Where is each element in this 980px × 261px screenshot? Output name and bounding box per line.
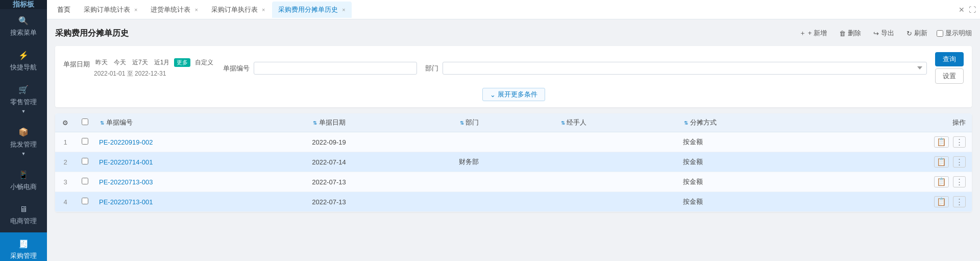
table-row: 3 PE-20220713-003 2022-07-13 按金额 📋 bbox=[55, 172, 972, 192]
tab-purchase-order-stats-close[interactable]: × bbox=[134, 7, 137, 13]
doc-link-1[interactable]: PE-20220919-002 bbox=[99, 138, 153, 146]
docno-filter-label: 单据编号 bbox=[223, 62, 250, 73]
month1-btn[interactable]: 近1月 bbox=[153, 58, 172, 67]
filter-dept: 部门 bbox=[425, 62, 927, 75]
tab-stock-stats[interactable]: 进货单统计表 × bbox=[144, 2, 204, 18]
more-ops-icon-2[interactable]: ⋮ bbox=[953, 156, 966, 168]
dept-select[interactable] bbox=[443, 62, 927, 75]
yesterday-btn[interactable]: 昨天 bbox=[94, 58, 109, 67]
col-doc-no[interactable]: ⇅ 单据编号 bbox=[94, 113, 307, 132]
sidebar-item-retail[interactable]: 🛒 零售管理 ▼ bbox=[0, 78, 47, 121]
settings-button[interactable]: 设置 bbox=[935, 68, 964, 84]
row-checkbox-3[interactable] bbox=[82, 178, 88, 184]
filter-panel: 单据日期 昨天 今天 近7天 近1月 更多 自定义 2022-01-01 至 2… bbox=[55, 46, 972, 107]
col-check bbox=[76, 113, 94, 132]
row-checkbox-4[interactable] bbox=[82, 198, 88, 204]
tab-stock-stats-close[interactable]: × bbox=[194, 7, 198, 13]
more-ops-icon-3[interactable]: ⋮ bbox=[953, 176, 966, 187]
shortcut-icon: ⚡ bbox=[18, 50, 29, 61]
custom-btn[interactable]: 自定义 bbox=[193, 58, 215, 67]
sidebar: 指标板 🔍 搜索菜单 ⚡ 快捷导航 🛒 零售管理 ▼ 📦 批发管理 ▼ 📱 小畅… bbox=[0, 0, 47, 261]
tab-stock-stats-label: 进货单统计表 bbox=[151, 5, 190, 14]
row-num-1: 1 bbox=[55, 132, 76, 152]
row-docno-4: PE-20220713-001 bbox=[94, 192, 307, 212]
col-doc-date[interactable]: ⇅ 单据日期 bbox=[307, 113, 453, 132]
filter-row-main: 单据日期 昨天 今天 近7天 近1月 更多 自定义 2022-01-01 至 2… bbox=[63, 52, 964, 84]
search-icon: 🔍 bbox=[18, 15, 29, 27]
edit-icon-3[interactable]: 📋 bbox=[934, 176, 949, 187]
sidebar-item-search[interactable]: 🔍 搜索菜单 bbox=[0, 9, 47, 44]
col-split-method[interactable]: ⇅ 分摊方式 bbox=[678, 113, 823, 132]
col-settings[interactable]: ⚙ bbox=[55, 113, 76, 132]
sidebar-item-mini[interactable]: 📱 小畅电商 bbox=[0, 163, 47, 198]
row-split-1: 按金额 bbox=[678, 132, 823, 152]
sidebar-item-shortcut[interactable]: ⚡ 快捷导航 bbox=[0, 44, 47, 79]
export-button[interactable]: ↪ 导出 bbox=[870, 27, 897, 40]
tab-purchase-order-exec[interactable]: 采购订单执行表 × bbox=[205, 2, 271, 18]
show-columns-input[interactable] bbox=[937, 30, 943, 37]
more-btn[interactable]: 更多 bbox=[174, 58, 190, 67]
edit-icon-1[interactable]: 📋 bbox=[934, 136, 949, 148]
doc-link-4[interactable]: PE-20220713-001 bbox=[99, 198, 153, 206]
refresh-icon: ↻ bbox=[906, 30, 912, 37]
expand-more-button[interactable]: ⌄ 展开更多条件 bbox=[482, 88, 545, 101]
col-handler[interactable]: ⇅ 经手人 bbox=[555, 113, 678, 132]
sort-icon3: ⇅ bbox=[460, 120, 464, 126]
sidebar-item-mini-label: 小畅电商 bbox=[10, 182, 37, 192]
table-row: 4 PE-20220713-001 2022-07-13 按金额 📋 bbox=[55, 192, 972, 212]
table-row: 2 PE-20220714-001 2022-07-14 财务部 按金额 📋 bbox=[55, 152, 972, 172]
week7-btn[interactable]: 近7天 bbox=[131, 58, 150, 67]
add-button[interactable]: ＋ + 新增 bbox=[796, 27, 830, 40]
refresh-button[interactable]: ↻ 刷新 bbox=[903, 27, 930, 40]
tab-purchase-order-stats[interactable]: 采购订单统计表 × bbox=[78, 2, 143, 18]
tab-purchase-fee-history-label: 采购费用分摊单历史 bbox=[278, 5, 338, 14]
doc-link-2[interactable]: PE-20220714-001 bbox=[99, 158, 153, 166]
export-icon: ↪ bbox=[873, 30, 879, 37]
page-title: 采购费用分摊单历史 bbox=[55, 28, 129, 39]
show-columns-checkbox[interactable]: 显示明细 bbox=[937, 29, 972, 38]
query-btn-wrap: 查询 设置 bbox=[935, 52, 964, 84]
dept-filter-label: 部门 bbox=[425, 62, 438, 73]
filter-date: 单据日期 昨天 今天 近7天 近1月 更多 自定义 2022-01-01 至 2… bbox=[63, 58, 215, 78]
row-num-4: 4 bbox=[55, 192, 76, 212]
sidebar-item-ecom[interactable]: 🖥 电商管理 bbox=[0, 198, 47, 232]
tab-home[interactable]: 首页 bbox=[51, 2, 77, 18]
tab-purchase-fee-history-close[interactable]: × bbox=[342, 7, 345, 13]
sidebar-item-wholesale-label: 批发管理 bbox=[10, 140, 37, 149]
col-dept[interactable]: ⇅ 部门 bbox=[454, 113, 555, 132]
today-btn[interactable]: 今天 bbox=[112, 58, 128, 67]
row-ops-4: 📋 ⋮ bbox=[823, 192, 972, 212]
select-all-checkbox[interactable] bbox=[82, 118, 88, 125]
tab-purchase-fee-history[interactable]: 采购费用分摊单历史 × bbox=[272, 2, 351, 18]
add-icon: ＋ bbox=[799, 29, 806, 38]
page-header: 采购费用分摊单历史 ＋ + 新增 🗑 删除 ↪ 导出 ↻ 刷新 bbox=[55, 27, 972, 40]
delete-icon: 🗑 bbox=[839, 30, 846, 37]
query-button[interactable]: 查询 bbox=[935, 52, 964, 66]
more-ops-icon-1[interactable]: ⋮ bbox=[953, 136, 966, 148]
row-dept-2: 财务部 bbox=[454, 152, 555, 172]
row-split-2: 按金额 bbox=[678, 152, 823, 172]
edit-icon-4[interactable]: 📋 bbox=[934, 196, 949, 207]
sidebar-item-purchase[interactable]: 🧾 采购管理 bbox=[0, 232, 47, 261]
row-checkbox-1[interactable] bbox=[82, 138, 88, 145]
tab-purchase-order-exec-close[interactable]: × bbox=[262, 7, 265, 13]
sidebar-item-wholesale[interactable]: 📦 批发管理 ▼ bbox=[0, 121, 47, 163]
row-checkbox-2[interactable] bbox=[82, 158, 88, 164]
row-num-3: 3 bbox=[55, 172, 76, 192]
maximize-icon[interactable]: ⛶ bbox=[969, 6, 976, 14]
sidebar-item-ecom-label: 电商管理 bbox=[10, 217, 37, 226]
docno-input[interactable] bbox=[254, 62, 417, 75]
doc-link-3[interactable]: PE-20220713-003 bbox=[99, 178, 153, 186]
more-ops-icon-4[interactable]: ⋮ bbox=[953, 196, 966, 207]
row-dept-1 bbox=[454, 132, 555, 152]
sort-icon5: ⇅ bbox=[684, 120, 688, 126]
row-date-1: 2022-09-19 bbox=[307, 132, 453, 152]
ecom-icon: 🖥 bbox=[19, 204, 28, 215]
sort-icon4: ⇅ bbox=[561, 120, 565, 126]
purchase-icon: 🧾 bbox=[18, 239, 29, 250]
close-window-icon[interactable]: ✕ bbox=[959, 6, 965, 14]
edit-icon-2[interactable]: 📋 bbox=[934, 156, 949, 168]
retail-icon: 🛒 bbox=[18, 84, 29, 96]
delete-button[interactable]: 🗑 删除 bbox=[836, 27, 864, 40]
row-split-3: 按金额 bbox=[678, 172, 823, 192]
